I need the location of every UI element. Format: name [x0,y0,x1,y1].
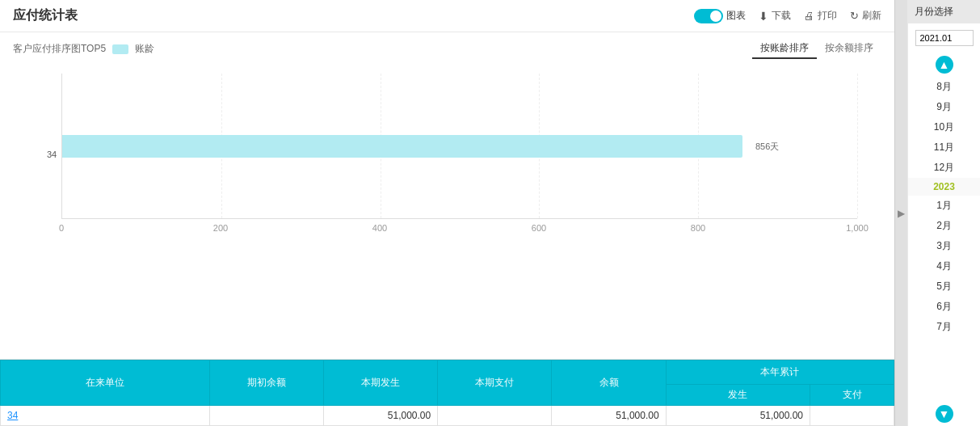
refresh-icon: ↻ [850,10,859,22]
data-table: 在来单位 期初余额 本期发生 本期支付 余额 本年累计 发生 支付 [0,360,894,426]
data-cell: 51,000.00 [666,406,810,426]
month-item[interactable]: 7月 [908,317,980,337]
scroll-down-icon[interactable]: ▼ [936,405,953,423]
toggle-thumb [710,11,721,22]
sidebar-outer: ▶ 月份选择 ▲ 8月9月10月11月12月20231月2月3月4月5月6月7月… [894,0,980,426]
month-item[interactable]: 12月 [908,158,980,178]
chart-legend: 客户应付排序图TOP5 账龄 [13,42,154,56]
th-nian-leiji: 本年累计 [666,361,894,385]
data-cell [810,406,894,426]
bar-row: 856天 [62,135,857,158]
table-wrapper: 在来单位 期初余额 本期发生 本期支付 余额 本年累计 发生 支付 [0,360,894,426]
download-button[interactable]: ⬇ 下载 [759,9,791,23]
header-actions: 图表 ⬇ 下载 🖨 打印 ↻ 刷新 [694,9,881,23]
chart-section: 客户应付排序图TOP5 账龄 按账龄排序 按余额排序 [0,32,894,359]
unit-link[interactable]: 34 [7,410,18,421]
legend-item-label: 账龄 [135,42,154,56]
print-label: 打印 [818,9,837,23]
print-icon: 🖨 [804,10,814,22]
x-label-0: 0 [59,223,64,233]
month-list: 8月9月10月11月12月20231月2月3月4月5月6月7月 [908,77,980,402]
bar-y-label: 34 [47,150,57,159]
download-label: 下载 [772,9,791,23]
chart-sort-buttons: 按账龄排序 按余额排序 [752,39,881,59]
sidebar-down-button[interactable]: ▼ [908,402,980,426]
bar-end-label: 856天 [755,140,779,152]
x-label-1000: 1,000 [846,223,869,233]
th-qichu: 期初余额 [209,361,323,406]
sidebar-up-button[interactable]: ▲ [908,53,980,77]
th-unit: 在来单位 [1,361,210,406]
th-nian-zhifu: 支付 [810,385,894,406]
chart-grid-area: 856天 [61,74,857,219]
table-body: 3451,000.0051,000.0051,000.00 [1,406,894,426]
x-label-200: 200 [213,223,228,233]
table-header-row-1: 在来单位 期初余额 本期发生 本期支付 余额 本年累计 [1,361,894,385]
x-label-600: 600 [532,223,546,233]
data-cell: 51,000.00 [552,406,666,426]
sidebar-header: 月份选择 [908,0,980,23]
chart-toggle[interactable]: 图表 [694,9,746,23]
data-cell: 51,000.00 [324,406,438,426]
month-item[interactable]: 5月 [908,276,980,297]
header: 应付统计表 图表 ⬇ 下载 🖨 打印 ↻ 刷新 [0,0,894,32]
x-label-800: 800 [691,223,705,233]
th-benqi-fasheng: 本期发生 [324,361,438,406]
data-cell [438,406,552,426]
main-content: 应付统计表 图表 ⬇ 下载 🖨 打印 ↻ 刷新 [0,0,894,426]
chart-header: 客户应付排序图TOP5 账龄 按账龄排序 按余额排序 [13,39,881,59]
sort-by-age-button[interactable]: 按账龄排序 [752,39,817,59]
month-item[interactable]: 1月 [908,196,980,216]
th-benqi-zhifu: 本期支付 [438,361,552,406]
refresh-label: 刷新 [862,9,881,23]
month-item[interactable]: 11月 [908,137,980,158]
page-title: 应付统计表 [13,7,78,24]
month-item[interactable]: 9月 [908,97,980,117]
data-cell [209,406,323,426]
month-item[interactable]: 3月 [908,236,980,256]
print-button[interactable]: 🖨 打印 [804,9,837,23]
month-item[interactable]: 8月 [908,77,980,97]
app-container: 应付统计表 图表 ⬇ 下载 🖨 打印 ↻ 刷新 [0,0,980,426]
sidebar-header-label: 月份选择 [915,5,953,19]
chart-toggle-label: 图表 [726,9,746,23]
refresh-button[interactable]: ↻ 刷新 [850,9,881,23]
x-label-400: 400 [372,223,387,233]
table-row: 3451,000.0051,000.0051,000.00 [1,406,894,426]
x-axis-labels: 0 200 400 600 800 1,000 [61,223,857,239]
sidebar-collapse-button[interactable]: ▶ [894,0,907,426]
scroll-up-icon[interactable]: ▲ [936,56,953,74]
month-item[interactable]: 2023 [908,178,980,196]
month-input-wrapper [908,23,980,53]
month-item[interactable]: 10月 [908,117,980,137]
month-item[interactable]: 2月 [908,216,980,236]
month-item[interactable]: 4月 [908,256,980,276]
table-section: 在来单位 期初余额 本期发生 本期支付 余额 本年累计 发生 支付 [0,359,894,426]
bar-fill: 856天 [62,135,742,158]
bar-chart: 856天 34 0 200 400 600 800 1,000 [21,65,881,243]
th-yue: 余额 [552,361,666,406]
grid-line-1000 [857,74,858,218]
legend-title: 客户应付排序图TOP5 [13,42,106,56]
toggle-track [694,9,723,23]
th-nian-fasheng: 发生 [666,385,810,406]
legend-color-box [112,44,128,54]
download-icon: ⬇ [759,10,768,23]
month-item[interactable]: 6月 [908,297,980,317]
sidebar: 月份选择 ▲ 8月9月10月11月12月20231月2月3月4月5月6月7月 ▼ [907,0,980,426]
sort-by-balance-button[interactable]: 按余额排序 [817,39,881,59]
month-input[interactable] [915,30,974,46]
collapse-arrow-icon: ▶ [898,208,905,219]
